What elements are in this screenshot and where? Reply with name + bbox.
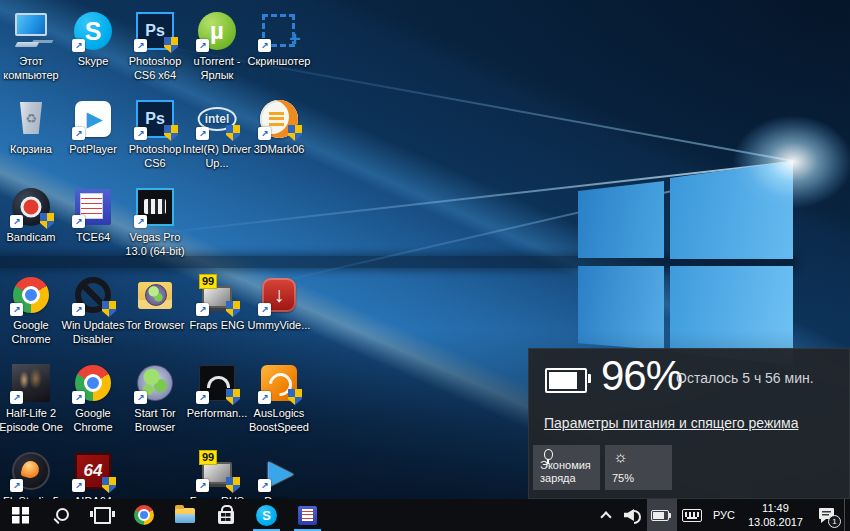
pin-file-explorer[interactable] [164,499,205,531]
shortcut-overlay-icon [196,303,209,316]
desktop-icon-auslogics-boostspeed[interactable]: AusLogics BoostSpeed [244,362,314,435]
desktop-icon-art [72,274,114,316]
hidden-icons-chevron[interactable] [595,499,619,531]
shortcut-overlay-icon [134,391,147,404]
show-desktop-button[interactable] [844,499,850,531]
battery-tray-icon [651,510,673,521]
shortcut-overlay-icon [72,215,85,228]
desktop: Этот компьютер Skype Photoshop CS6 x64 u… [0,0,850,531]
desktop-icon-art [258,274,300,316]
pin-tce64[interactable] [287,499,328,531]
desktop-icon-art [196,10,238,52]
desktop-icon-art [258,10,300,52]
chrome-icon [134,505,154,525]
shortcut-overlay-icon [258,479,271,492]
desktop-icon-art [196,362,238,404]
desktop-icon-half-life-2[interactable]: Half-Life 2 Episode One [0,362,66,435]
desktop-icon-label: Performan... [182,407,252,421]
desktop-icon-label: Корзина [0,143,66,157]
desktop-icon-label: Bandicam [0,231,66,245]
taskbar-pins [0,499,328,531]
desktop-icon-label: Vegas Pro 13.0 (64-bit) [120,231,190,259]
start-button[interactable] [0,499,41,531]
power-sleep-settings-link[interactable]: Параметры питания и спящего режима [544,415,799,431]
shortcut-overlay-icon [72,303,85,316]
desktop-icon-fraps-eng[interactable]: Fraps ENG [182,274,252,333]
icon-art [134,274,176,316]
clock-date: 13.08.2017 [748,515,803,529]
desktop-icon-label: Этот компьютер [0,55,66,83]
desktop-icon-art [10,10,52,52]
speaker-icon [624,508,642,522]
desktop-icon-google-chrome-1[interactable]: Google Chrome [0,274,66,347]
shortcut-overlay-icon [258,39,271,52]
pin-store[interactable] [205,499,246,531]
desktop-icon-win-updates-disabler[interactable]: Win Updates Disabler [58,274,128,347]
explorer-icon [175,508,195,523]
desktop-icon-recycle-bin[interactable]: Корзина [0,98,66,157]
icon-art [10,98,52,140]
desktop-icon-3dmark06[interactable]: 3DMark06 [244,98,314,157]
shortcut-overlay-icon [72,479,85,492]
battery-saver-tile[interactable]: Экономия заряда [533,445,600,490]
desktop-icon-art [10,98,52,140]
desktop-icon-this-pc[interactable]: Этот компьютер [0,10,66,83]
search-button[interactable] [41,499,82,531]
desktop-icon-vegas-pro[interactable]: Vegas Pro 13.0 (64-bit) [120,186,190,259]
shortcut-overlay-icon [258,127,271,140]
taskbar-clock[interactable]: 11:49 13.08.2017 [741,499,810,531]
desktop-icon-tor-browser-folder[interactable]: Tor Browser [120,274,190,333]
store-icon [218,511,234,524]
desktop-icon-art [72,362,114,404]
start-icon [12,507,29,524]
desktop-icon-utorrent[interactable]: uTorrent - Ярлык [182,10,252,83]
desktop-icon-art [72,98,114,140]
desktop-icon-ummy-video[interactable]: UmmyVide... [244,274,314,333]
desktop-icon-label: AusLogics BoostSpeed [244,407,314,435]
desktop-icon-label: Start Tor Browser [120,407,190,435]
taskbar: РУС 11:49 13.08.2017 1 [0,499,850,531]
battery-tray-button[interactable] [647,499,677,531]
task-view-button[interactable] [82,499,123,531]
notification-badge: 1 [828,515,841,528]
action-center-button[interactable]: 1 [810,499,844,531]
desktop-icon-art [196,274,238,316]
shortcut-overlay-icon [10,479,23,492]
desktop-icon-art [10,450,52,492]
pin-skype[interactable] [246,499,287,531]
search-icon [53,507,70,524]
desktop-icon-label: 3DMark06 [244,143,314,157]
desktop-icon-label: Photoshop CS6 x64 [120,55,190,83]
desktop-icon-tce64[interactable]: TCE64 [58,186,128,245]
desktop-icon-start-tor-browser[interactable]: Start Tor Browser [120,362,190,435]
desktop-icon-art [196,450,238,492]
brightness-tile[interactable]: 75% [605,445,672,490]
shortcut-overlay-icon [72,391,85,404]
desktop-icon-art [258,98,300,140]
system-tray: РУС 11:49 13.08.2017 1 [595,499,850,531]
desktop-icon-skype[interactable]: Skype [58,10,128,69]
shortcut-overlay-icon [134,215,147,228]
desktop-icon-photoshop-cs6-x64[interactable]: Photoshop CS6 x64 [120,10,190,83]
desktop-icon-intel-driver-update[interactable]: Intel(R) Driver Up... [182,98,252,171]
desktop-icon-bandicam[interactable]: Bandicam [0,186,66,245]
desktop-icon-label: Tor Browser [120,319,190,333]
desktop-icon-photoshop-cs6[interactable]: Photoshop CS6 [120,98,190,171]
shortcut-overlay-icon [10,303,23,316]
chevron-up-icon [601,510,612,520]
language-indicator[interactable]: РУС [707,499,741,531]
touch-keyboard-button[interactable] [677,499,707,531]
desktop-icon-art [72,10,114,52]
volume-button[interactable] [619,499,647,531]
desktop-icon-art [258,450,300,492]
brightness-icon [612,449,628,465]
desktop-icon-performance[interactable]: Performan... [182,362,252,421]
desktop-icon-google-chrome-2[interactable]: Google Chrome [58,362,128,435]
desktop-icon-screenshoter[interactable]: Скриншотер [244,10,314,69]
desktop-icon-potplayer[interactable]: PotPlayer [58,98,128,157]
desktop-icon-label: Fraps ENG [182,319,252,333]
battery-flyout: 96% Осталось 5 ч 56 мин. Параметры питан… [528,348,850,499]
keyboard-icon [682,509,702,522]
pin-chrome[interactable] [123,499,164,531]
desktop-icon-label: Intel(R) Driver Up... [182,143,252,171]
